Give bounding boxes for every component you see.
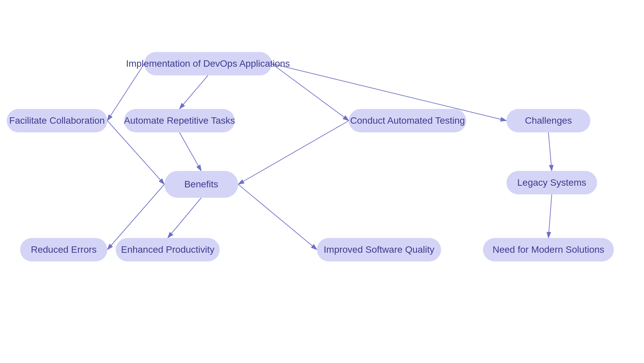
svg-line-10 (168, 198, 201, 238)
svg-line-3 (272, 64, 349, 121)
node-automate: Automate Repetitive Tasks (124, 109, 235, 132)
node-modern: Need for Modern Solutions (483, 238, 614, 261)
node-reduced: Reduced Errors (20, 238, 107, 261)
node-enhanced: Enhanced Productivity (116, 238, 220, 261)
svg-line-2 (179, 75, 208, 109)
node-challenges: Challenges (506, 109, 590, 132)
node-improved: Improved Software Quality (317, 238, 441, 261)
node-root: Implementation of DevOps Applications (144, 52, 272, 75)
node-benefits: Benefits (164, 171, 238, 198)
node-legacy: Legacy Systems (506, 171, 597, 194)
svg-line-8 (548, 132, 552, 171)
svg-line-12 (548, 194, 552, 238)
svg-line-7 (238, 121, 349, 184)
node-facilitate: Facilitate Collaboration (7, 109, 107, 132)
svg-line-6 (179, 132, 201, 171)
node-conduct: Conduct Automated Testing (349, 109, 466, 132)
diagram-container: Implementation of DevOps ApplicationsFac… (0, 0, 644, 363)
svg-line-11 (238, 184, 317, 250)
